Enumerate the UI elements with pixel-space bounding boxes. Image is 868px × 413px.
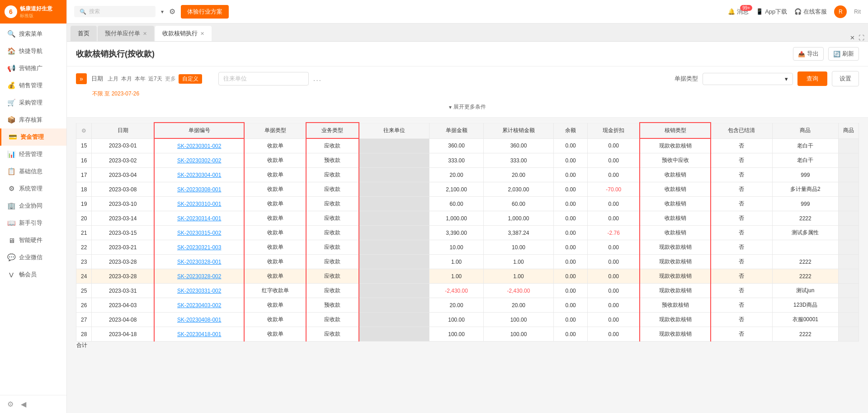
filter-settings-btn[interactable]: 设置 — [832, 71, 859, 86]
trial-btn[interactable]: 体验行业方案 — [181, 5, 229, 19]
settings-icon[interactable]: ⚙ — [7, 400, 14, 408]
tab-home[interactable]: 首页 — [71, 26, 97, 41]
cell-bill-no[interactable]: SK-20230315-002 — [154, 226, 244, 240]
cell-product: 2222 — [772, 255, 838, 269]
cell-verified: 100.00 — [483, 327, 553, 342]
sidebar-item-hardware[interactable]: 🖥 智能硬件 — [0, 232, 66, 249]
cell-amount: 60.00 — [429, 197, 484, 211]
cell-bill-no[interactable]: SK-20230408-001 — [154, 313, 244, 327]
cell-bill-no[interactable]: SK-20230304-001 — [154, 168, 244, 182]
cell-balance: 0.00 — [554, 182, 588, 197]
cell-date: 2023-03-21 — [92, 240, 154, 255]
date-opt-last-month[interactable]: 上月 — [108, 75, 118, 83]
cell-bill-no[interactable]: SK-20230308-001 — [154, 182, 244, 197]
cell-include-settled: 否 — [711, 298, 772, 313]
chevron-down-icon: ▾ — [785, 76, 788, 82]
cell-bill-no[interactable]: SK-20230328-001 — [154, 255, 244, 269]
cell-bill-no[interactable]: SK-20230314-001 — [154, 211, 244, 226]
bill-type-select[interactable]: ▾ — [703, 73, 793, 85]
mobile-icon: 📱 — [756, 8, 763, 15]
cell-product: 2222 — [772, 327, 838, 342]
cell-date: 2023-03-10 — [92, 197, 154, 211]
table-row: 162023-03-02SK-20230302-002收款单预收款XXXXXXX… — [76, 153, 859, 168]
export-btn[interactable]: 📤 导出 — [793, 47, 824, 61]
sidebar-item-purchase[interactable]: 🛒 采购管理 — [0, 94, 66, 111]
sidebar-item-inventory[interactable]: 📦 库存核算 — [0, 111, 66, 128]
cell-bill-type: 收款单 — [244, 182, 306, 197]
sidebar-item-marketing[interactable]: 📢 营销推广 — [0, 60, 66, 77]
cell-bill-no[interactable]: SK-20230321-003 — [154, 240, 244, 255]
tab-collection[interactable]: 收款核销执行 ✕ — [155, 26, 212, 41]
tab-collection-close[interactable]: ✕ — [200, 31, 204, 37]
dropdown-icon[interactable]: ▾ — [161, 9, 164, 15]
cell-bill-no[interactable]: SK-20230403-002 — [154, 298, 244, 313]
cell-bill-no[interactable]: SK-20230310-001 — [154, 197, 244, 211]
filter-expand-btn[interactable]: » — [76, 73, 87, 84]
expand-more-btn[interactable]: ▾ 展开更多条件 — [76, 101, 859, 113]
tab-prepay-close[interactable]: ✕ — [143, 31, 147, 37]
date-opt-7days[interactable]: 近7天 — [148, 75, 162, 83]
query-btn[interactable]: 查询 — [797, 71, 827, 86]
sidebar-item-vip[interactable]: V 畅会员 — [0, 266, 66, 283]
page-title: 收款核销执行(按收款) — [76, 48, 155, 59]
sidebar-item-guide[interactable]: 📖 新手引导 — [0, 214, 66, 232]
topbar-search[interactable]: 🔍 搜索 — [74, 6, 156, 17]
cell-bill-no[interactable]: SK-20230328-002 — [154, 269, 244, 284]
th-include-settled: 包含已结清 — [711, 123, 772, 138]
th-balance: 余额 — [554, 123, 588, 138]
cell-product: 123D商品 — [772, 298, 838, 313]
date-opt-this-year[interactable]: 本年 — [135, 75, 146, 83]
sidebar-item-sales[interactable]: 💰 销售管理 — [0, 77, 66, 94]
cell-discount: 0.00 — [588, 240, 640, 255]
table-row: 282023-04-18SK-20230418-001收款单应收款XXXXXXX… — [76, 327, 859, 342]
table-header: ⚙ 日期 单据编号 单据类型 业务类型 往来单位 单据金额 累计核销金额 余额 … — [76, 123, 859, 138]
cell-product — [772, 240, 838, 255]
cell-verified: 3,387.24 — [483, 226, 553, 240]
cell-date: 2023-03-14 — [92, 211, 154, 226]
date-opt-more[interactable]: 更多 — [165, 75, 176, 83]
tab-expand[interactable]: ⛶ — [859, 34, 864, 41]
card-icon: 💳 — [9, 133, 17, 141]
sidebar-item-quicknav[interactable]: 🏠 快捷导航 — [0, 43, 66, 60]
cell-product: 999 — [772, 168, 838, 182]
username-display[interactable]: Rit — [854, 9, 861, 15]
cell-product-img — [839, 226, 859, 240]
custom-date-btn[interactable]: 自定义 — [179, 74, 202, 84]
sidebar-item-search[interactable]: 🔍 搜索菜单 — [0, 25, 66, 43]
user-avatar[interactable]: R — [834, 5, 847, 18]
refresh-btn[interactable]: 🔄 刷新 — [828, 47, 859, 61]
cell-balance: 0.00 — [554, 153, 588, 168]
cell-verified: 10.00 — [483, 240, 553, 255]
table-row: 192023-03-10SK-20230310-001收款单应收款XXXXXXX… — [76, 197, 859, 211]
cell-amount: 360.00 — [429, 138, 484, 153]
app-download-btn[interactable]: 📱 App下载 — [756, 8, 787, 16]
filter-dots: ... — [313, 75, 322, 83]
cell-bill-type: 红字收款单 — [244, 284, 306, 298]
cell-product-img — [839, 313, 859, 327]
cell-bill-no[interactable]: SK-20230331-002 — [154, 284, 244, 298]
sidebar-item-basic[interactable]: 📋 基础信息 — [0, 163, 66, 180]
th-verified: 累计核销金额 — [483, 123, 553, 138]
sidebar-item-finance[interactable]: 💳 资金管理 — [0, 128, 66, 146]
cell-balance: 0.00 — [554, 168, 588, 182]
topbar-gear-icon[interactable]: ⚙ — [169, 7, 175, 16]
online-service-btn[interactable]: 🎧 在线客服 — [794, 8, 827, 16]
tab-close-all[interactable]: ✕ — [850, 34, 855, 41]
cell-bill-no[interactable]: SK-20230301-002 — [154, 138, 244, 153]
sidebar-item-operation[interactable]: 📊 经营管理 — [0, 146, 66, 163]
cell-bill-no[interactable]: SK-20230418-001 — [154, 327, 244, 342]
date-opt-this-month[interactable]: 本月 — [121, 75, 132, 83]
cell-verify-type: 现款收款核销 — [640, 269, 711, 284]
refresh-icon: 🔄 — [833, 51, 840, 57]
sidebar-item-corp[interactable]: 🏢 企业协同 — [0, 197, 66, 214]
sidebar-item-system[interactable]: ⚙ 系统管理 — [0, 180, 66, 197]
tab-prepay[interactable]: 预付单应付单 ✕ — [98, 26, 154, 41]
cell-date: 2023-03-31 — [92, 284, 154, 298]
cell-bill-no[interactable]: SK-20230302-002 — [154, 153, 244, 168]
notification-btn[interactable]: 🔔 消息 99+ — [728, 8, 749, 16]
cell-seq: 21 — [76, 226, 92, 240]
collapse-icon[interactable]: ◀ — [21, 400, 26, 408]
col-settings-btn[interactable]: ⚙ — [76, 123, 92, 138]
partner-input[interactable]: 往来单位 — [218, 72, 309, 85]
sidebar-item-wechat[interactable]: 💬 企业微信 — [0, 249, 66, 266]
